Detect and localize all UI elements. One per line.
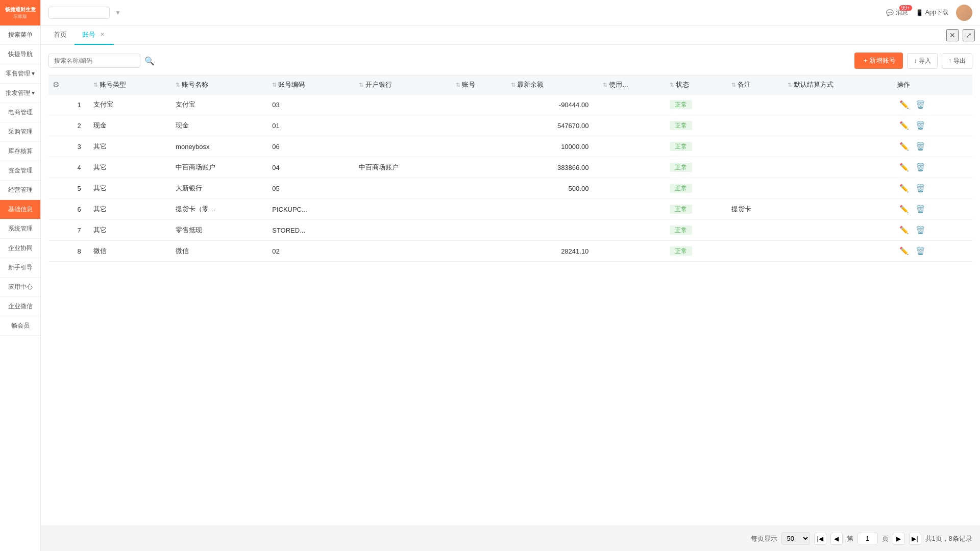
app-download-button[interactable]: 📱 App下载 [916,8,948,17]
row-bank [355,220,451,241]
row-code: PICKUPC... [268,199,355,220]
row-account [452,94,507,115]
delete-button[interactable]: 🗑️ [913,99,928,110]
tab-close-all-button[interactable]: ✕ [946,29,959,41]
page-size-select[interactable]: 50 100 [781,532,810,545]
edit-button[interactable]: ✏️ [897,204,912,215]
row-usage [599,220,666,241]
row-type: 其它 [89,157,172,178]
import-button[interactable]: ↓ 导入 [907,53,938,69]
row-usage [599,115,666,136]
row-actions: ✏️ 🗑️ [893,220,972,241]
row-remarks [727,136,784,157]
page-label: 页 [882,534,889,543]
edit-button[interactable]: ✏️ [897,224,912,236]
delete-button[interactable]: 🗑️ [913,183,928,194]
row-default-settlement [783,220,892,241]
sidebar-item-purchase-mgmt[interactable]: 采购管理 [0,122,40,142]
col-name[interactable]: 账号名称 [172,76,268,94]
tab-account[interactable]: 账号 ✕ [75,26,114,45]
col-type[interactable]: 账号类型 [89,76,172,94]
sidebar-item-basic-info[interactable]: 基础信息 [0,200,40,219]
total-label: 共1页，8条记录 [925,534,972,543]
table-row: 6 其它 提货卡（零… PICKUPC... 正常 提货卡 ✏️ 🗑️ [48,199,972,220]
sidebar-item-enterprise-agreement[interactable]: 企业协同 [0,239,40,258]
row-code: STORED... [268,220,355,241]
sidebar-item-operation-mgmt[interactable]: 经营管理 [0,181,40,200]
search-button[interactable]: 🔍 [144,56,155,66]
table-row: 8 微信 微信 02 28241.10 正常 ✏️ 🗑️ [48,241,972,262]
edit-button[interactable]: ✏️ [897,99,912,110]
tab-expand-button[interactable]: ⤢ [963,29,975,41]
header-search-input[interactable] [48,7,110,19]
tab-home-label: 首页 [54,30,67,39]
row-actions: ✏️ 🗑️ [893,178,972,199]
delete-button[interactable]: 🗑️ [913,141,928,152]
col-status[interactable]: 状态 [666,76,727,94]
quick-nav-label: 快捷导航 [3,50,38,59]
edit-button[interactable]: ✏️ [897,162,912,173]
search-input[interactable] [48,54,140,68]
col-code[interactable]: 账号编码 [268,76,355,94]
page-first-button[interactable]: |◀ [814,533,826,545]
row-type: 现金 [89,115,172,136]
import-icon: ↓ [914,57,917,64]
delete-button[interactable]: 🗑️ [913,120,928,131]
row-settings [48,178,69,199]
tab-home[interactable]: 首页 [46,26,75,45]
tab-bar-actions: ✕ ⤢ [946,29,975,41]
col-account[interactable]: 账号 [452,76,507,94]
row-usage [599,178,666,199]
edit-button[interactable]: ✏️ [897,245,912,257]
sidebar-item-wholesale-mgmt[interactable]: 批发管理 ▾ [0,84,40,103]
row-default-settlement [783,94,892,115]
avatar[interactable] [956,5,972,21]
page-last-button[interactable]: ▶| [909,533,921,545]
sidebar-item-ecommerce-mgmt[interactable]: 电商管理 [0,103,40,122]
app-center-label: 应用中心 [3,283,38,291]
sidebar-item-retail-mgmt[interactable]: 零售管理 ▾ [0,64,40,84]
row-balance: 500.00 [507,178,599,199]
row-account [452,241,507,262]
delete-button[interactable]: 🗑️ [913,245,928,257]
page-prev-button[interactable]: ◀ [830,533,843,545]
row-status: 正常 [666,157,727,178]
table-row: 2 现金 现金 01 547670.00 正常 ✏️ 🗑️ [48,115,972,136]
export-label: 导出 [953,57,966,65]
add-account-button[interactable]: + 新增账号 [854,53,903,69]
edit-button[interactable]: ✏️ [897,183,912,194]
page-next-button[interactable]: ▶ [893,533,905,545]
settings-icon[interactable]: ⚙ [53,80,59,89]
col-bank[interactable]: 开户银行 [355,76,451,94]
edit-button[interactable]: ✏️ [897,141,912,152]
sidebar-item-enterprise-wechat[interactable]: 企业微信 [0,297,40,316]
purchase-mgmt-label: 采购管理 [3,128,38,136]
tab-close-icon[interactable]: ✕ [99,31,106,38]
col-balance[interactable]: 最新余额 [507,76,599,94]
sidebar-item-member[interactable]: 畅会员 [0,316,40,336]
export-button[interactable]: ↑ 导出 [942,53,972,69]
col-remarks[interactable]: 备注 [727,76,784,94]
page-input[interactable] [857,533,878,544]
row-bank [355,136,451,157]
delete-button[interactable]: 🗑️ [913,204,928,215]
row-balance [507,220,599,241]
sidebar-item-quick-nav[interactable]: 快捷导航 [0,45,40,64]
sidebar-item-app-center[interactable]: 应用中心 [0,278,40,297]
col-default-settlement[interactable]: 默认结算方式 [783,76,892,94]
sidebar-item-search-menu[interactable]: 搜索菜单 [0,26,40,45]
sidebar-item-inventory-check[interactable]: 库存核算 [0,142,40,161]
col-usage[interactable]: 使用... [599,76,666,94]
sidebar-item-finance-mgmt[interactable]: 资金管理 [0,161,40,181]
delete-button[interactable]: 🗑️ [913,162,928,173]
basic-info-label: 基础信息 [3,205,38,214]
tab-account-label: 账号 [82,30,95,39]
row-settings [48,94,69,115]
edit-button[interactable]: ✏️ [897,120,912,131]
delete-button[interactable]: 🗑️ [913,224,928,236]
row-name: 提货卡（零… [172,199,268,220]
sidebar-item-newbie-guide[interactable]: 新手引导 [0,258,40,278]
sidebar-item-system-mgmt[interactable]: 系统管理 [0,219,40,239]
toolbar-right: + 新增账号 ↓ 导入 ↑ 导出 [854,53,972,69]
message-button[interactable]: 💬 消息 99+ [886,8,908,17]
